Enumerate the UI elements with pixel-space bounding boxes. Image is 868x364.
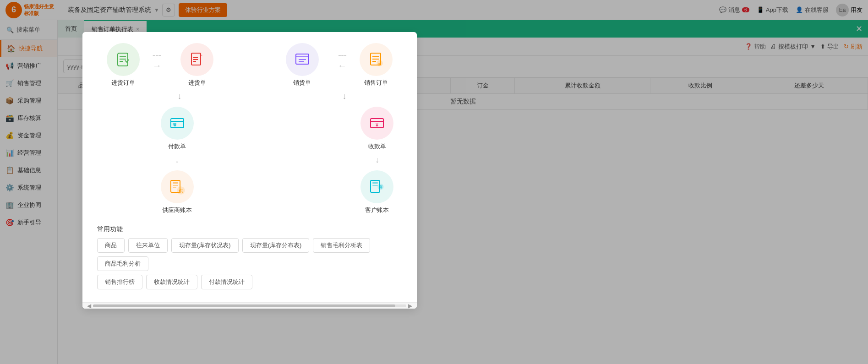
sales-bill-icon (294, 51, 311, 68)
sales-order-icon: $ (368, 51, 384, 68)
arrow-purchase-to-bill: - - - → (150, 50, 171, 71)
svg-text:¥: ¥ (173, 123, 176, 128)
scrollbar-thumb[interactable] (93, 304, 395, 307)
func-btn-product[interactable]: 商品 (97, 238, 125, 253)
svg-rect-27 (173, 182, 178, 184)
func-btn-sales-gross[interactable]: 销售毛利分析表 (313, 238, 370, 253)
func-btn-product-gross[interactable]: 商品毛利分析 (97, 256, 148, 271)
scroll-right-arrow[interactable]: ▶ (406, 303, 414, 309)
modal-scrollbar: ◀ ▶ (82, 302, 417, 309)
purchase-bill-circle (180, 43, 213, 76)
svg-rect-19 (171, 119, 184, 128)
workflow-row-arrows: ↓ ↓ (152, 91, 402, 103)
common-functions: 常用功能 商品 往来单位 现存量(库存状况表) 现存量(库存分布表) 销售毛利分… (97, 225, 402, 289)
payment-label: 付款单 (168, 142, 186, 151)
svg-rect-28 (173, 185, 178, 186)
modal-overlay: 进货订单 - - - → (0, 0, 868, 364)
supplier-account-circle: 供 (161, 170, 194, 203)
workflow-node-sales-bill[interactable]: 销货单 (276, 43, 328, 87)
func-btn-receipt-stats[interactable]: 收款情况统计 (146, 275, 197, 289)
workflow-diagram: 进货订单 - - - → (97, 43, 402, 218)
arrow-down-sales: ↓ (317, 91, 372, 103)
payment-icon: ¥ (169, 115, 186, 131)
workflow-node-purchase-order[interactable]: 进货订单 (97, 43, 150, 87)
supplier-account-label: 供应商账本 (162, 206, 192, 214)
func-btn-partner[interactable]: 往来单位 (128, 238, 168, 253)
func-btn-sales-rank[interactable]: 销售排行榜 (97, 275, 142, 289)
common-funcs-title: 常用功能 (97, 225, 402, 234)
workflow-node-supplier-account[interactable]: 供 供应商账本 (152, 170, 202, 214)
func-btn-row-2: 销售排行榜 收款情况统计 付款情况统计 (97, 275, 402, 289)
customer-account-icon: 客 (369, 179, 385, 195)
purchase-order-icon (115, 51, 131, 68)
arrow-down-purchase: ↓ (152, 91, 207, 103)
svg-text:客: 客 (379, 185, 383, 190)
customer-account-circle: 客 (360, 170, 393, 203)
purchase-order-label: 进货订单 (111, 79, 135, 87)
workflow-node-sales-order[interactable]: $ 销售订单 (349, 43, 402, 87)
supplier-account-icon: 供 (169, 179, 186, 195)
sales-order-circle: $ (360, 43, 393, 76)
arrow-order-to-sales: - - - → (328, 50, 349, 71)
svg-rect-34 (372, 185, 378, 186)
workflow-row-arrows-2: ↓ ↓ (152, 154, 402, 167)
purchase-bill-label: 进货单 (188, 79, 206, 87)
scrollbar-track (93, 304, 406, 307)
svg-rect-29 (173, 187, 176, 188)
func-btn-row-1: 商品 往来单位 现存量(库存状况表) 现存量(库存分布表) 销售毛利分析表 商品… (97, 238, 402, 271)
svg-text:¥: ¥ (376, 123, 379, 128)
svg-rect-33 (372, 182, 378, 184)
receipt-icon: ¥ (369, 115, 385, 131)
workflow-node-payment[interactable]: ¥ 付款单 (152, 107, 202, 151)
sales-bill-label: 销货单 (293, 79, 311, 87)
sales-order-label: 销售订单 (364, 79, 388, 87)
svg-marker-8 (200, 53, 202, 56)
func-btn-stock-dist[interactable]: 现存量(库存分布表) (242, 238, 310, 253)
workflow-row-1: 进货订单 - - - → (97, 43, 402, 87)
svg-rect-9 (296, 54, 309, 64)
workflow-node-customer-account[interactable]: 客 客户账本 (352, 170, 402, 214)
arrow-down-payment: ↓ (152, 154, 202, 167)
workflow-node-receipt[interactable]: ¥ 收款单 (352, 107, 402, 151)
arrow-down-receipt: ↓ (352, 154, 402, 167)
receipt-label: 收款单 (368, 142, 386, 151)
payment-circle: ¥ (161, 107, 194, 140)
workflow-row-3: ¥ 付款单 ¥ (152, 107, 402, 151)
func-btn-payment-stats[interactable]: 付款情况统计 (201, 275, 252, 289)
modal-box: 进货订单 - - - → (82, 32, 417, 309)
svg-text:$: $ (378, 62, 381, 66)
customer-account-label: 客户账本 (365, 206, 389, 214)
workflow-node-purchase-bill[interactable]: 进货单 (171, 43, 224, 87)
modal-content: 进货订单 - - - → (82, 32, 417, 302)
svg-text:供: 供 (179, 188, 183, 193)
purchase-bill-icon (189, 51, 205, 68)
sales-bill-circle (286, 43, 319, 76)
workflow-row-5: 供 供应商账本 (152, 170, 402, 214)
receipt-circle: ¥ (360, 107, 393, 140)
func-btn-stock-status[interactable]: 现存量(库存状况表) (171, 238, 239, 253)
scroll-left-arrow[interactable]: ◀ (85, 303, 93, 309)
purchase-order-circle (107, 43, 140, 76)
